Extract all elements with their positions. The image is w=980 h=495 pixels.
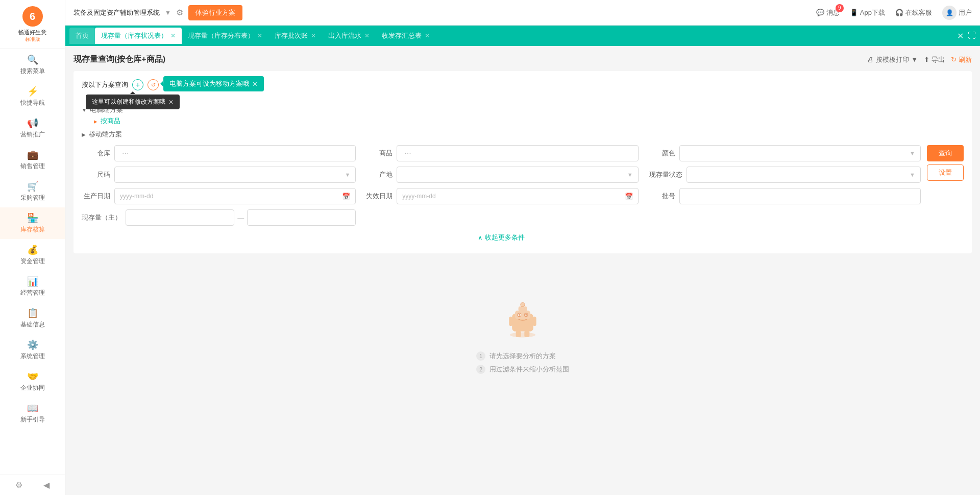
search-nav-icon: 🔍 bbox=[27, 54, 38, 65]
warehouse-input[interactable]: ··· bbox=[114, 145, 356, 161]
form-row-exp-date: 失效日期 yyyy-mm-dd 📅 bbox=[364, 188, 638, 204]
form-grid-wrapper: 仓库 ··· 商品 ··· 颜色 bbox=[82, 145, 921, 245]
sidebar-item-sales[interactable]: 💼 销售管理 bbox=[0, 144, 65, 176]
scheme-group-mobile: ▶ 移动端方案 bbox=[82, 128, 964, 141]
exp-date-input[interactable]: yyyy-mm-dd 📅 bbox=[397, 188, 638, 204]
sidebar-bottom: ⚙ ◀ bbox=[0, 475, 65, 495]
mobile-scheme-toggle[interactable]: ▶ bbox=[82, 132, 86, 137]
tab-stock-status[interactable]: 现存量（库存状况表） ✕ bbox=[95, 28, 182, 44]
header-settings-icon[interactable]: ⚙ bbox=[176, 8, 183, 17]
exp-date-icon[interactable]: 📅 bbox=[625, 193, 633, 200]
top-header: 装备及固定资产辅助管理系统 ▼ ⚙ 体验行业方案 💬 消息 9 📱 App下载 … bbox=[65, 0, 980, 26]
desktop-scheme-dot: ▸ bbox=[94, 117, 97, 125]
tab-batch-ledger[interactable]: 库存批次账 ✕ bbox=[268, 28, 322, 44]
scheme-group-mobile-header[interactable]: ▶ 移动端方案 bbox=[82, 128, 964, 141]
title-actions: 🖨 按模板打印 ▼ ⬆ 导出 ↻ 刷新 bbox=[867, 55, 972, 64]
avatar: 👤 bbox=[942, 6, 957, 20]
edit-scheme-button[interactable]: ↺ bbox=[148, 79, 159, 90]
collapse-row[interactable]: ∧ 收起更多条件 bbox=[82, 230, 921, 245]
tab-close-recv-summary[interactable]: ✕ bbox=[425, 32, 430, 39]
basic-icon: 📋 bbox=[27, 308, 38, 319]
scheme-group-desktop-header[interactable]: ▼ 电脑端方案 bbox=[82, 103, 964, 116]
tab-close-stock-dist[interactable]: ✕ bbox=[257, 32, 262, 39]
online-support-action[interactable]: 🎧 在线客服 bbox=[895, 8, 932, 17]
headset-icon: 🎧 bbox=[895, 9, 903, 16]
sidebar-item-enterprise[interactable]: 🤝 企业协同 bbox=[0, 366, 65, 397]
tab-in-out[interactable]: 出入库流水 ✕ bbox=[322, 28, 376, 44]
empty-tips: 1 请先选择要分析的方案 2 用过滤条件来缩小分析范围 bbox=[476, 351, 569, 374]
print-action[interactable]: 🖨 按模板打印 ▼ bbox=[867, 55, 918, 64]
print-dropdown-icon[interactable]: ▼ bbox=[911, 56, 918, 63]
sidebar-item-system[interactable]: ⚙️ 系统管理 bbox=[0, 334, 65, 366]
origin-select[interactable]: ▼ bbox=[397, 167, 638, 183]
stock-status-select[interactable]: ▼ bbox=[687, 167, 921, 183]
prod-date-icon[interactable]: 📅 bbox=[342, 193, 350, 200]
collapse-sidebar-icon[interactable]: ◀ bbox=[43, 480, 50, 490]
tab-close-in-out[interactable]: ✕ bbox=[364, 32, 370, 39]
stock-qty-range: — bbox=[126, 209, 356, 226]
notification-action[interactable]: 💬 消息 9 bbox=[816, 8, 840, 17]
settings-bottom-icon[interactable]: ⚙ bbox=[15, 480, 22, 490]
user-action[interactable]: 👤 用户 bbox=[942, 6, 972, 20]
marketing-icon: 📢 bbox=[27, 117, 38, 129]
product-input[interactable]: ··· bbox=[397, 145, 638, 161]
color-arrow-icon: ▼ bbox=[910, 150, 915, 156]
svg-rect-8 bbox=[533, 317, 536, 326]
tooltip-1-close[interactable]: ✕ bbox=[252, 80, 258, 88]
form-row-stock-qty: 现存量（主） — bbox=[82, 209, 356, 226]
sidebar-item-operations[interactable]: 📊 经营管理 bbox=[0, 271, 65, 302]
maximize-icon[interactable]: ⛶ bbox=[968, 31, 976, 41]
batch-text-input[interactable] bbox=[685, 193, 915, 200]
settings-button[interactable]: 设置 bbox=[927, 164, 964, 181]
add-scheme-button[interactable]: + bbox=[132, 79, 143, 90]
guide-icon: 📖 bbox=[27, 403, 38, 414]
warehouse-dots[interactable]: ··· bbox=[120, 149, 131, 158]
sidebar-item-inventory[interactable]: 🏪 库存核算 bbox=[0, 207, 65, 239]
tab-bar-controls: ✕ ⛶ bbox=[957, 31, 976, 41]
sales-icon: 💼 bbox=[27, 149, 38, 160]
sidebar: 6 畅通好生意 标准版 🔍 搜索菜单 ⚡ 快捷导航 📢 营销推广 💼 销售管理 … bbox=[0, 0, 65, 495]
export-icon: ⬆ bbox=[924, 56, 929, 63]
scheme-tooltip-1: 电脑方案可设为移动方案哦 ✕ bbox=[163, 76, 264, 91]
mobile-icon: 📱 bbox=[850, 9, 858, 16]
svg-rect-9 bbox=[516, 331, 521, 337]
svg-point-6 bbox=[525, 314, 527, 316]
refresh-icon: ↻ bbox=[951, 56, 957, 63]
query-button[interactable]: 查询 bbox=[927, 145, 964, 161]
sidebar-item-shortcut[interactable]: ⚡ 快捷导航 bbox=[0, 81, 65, 112]
batch-input[interactable] bbox=[679, 188, 921, 204]
size-select[interactable]: ▼ bbox=[114, 167, 356, 183]
tooltip-2-close[interactable]: ✕ bbox=[168, 99, 174, 106]
stock-qty-max[interactable] bbox=[247, 209, 356, 226]
close-all-tabs-icon[interactable]: ✕ bbox=[957, 31, 964, 41]
experience-button[interactable]: 体验行业方案 bbox=[188, 5, 242, 20]
sidebar-item-search[interactable]: 🔍 搜索菜单 bbox=[0, 49, 65, 81]
color-select[interactable]: ▼ bbox=[679, 145, 921, 161]
export-action[interactable]: ⬆ 导出 bbox=[924, 55, 945, 64]
header-left: 装备及固定资产辅助管理系统 ▼ ⚙ 体验行业方案 bbox=[74, 5, 242, 20]
tab-home[interactable]: 首页 bbox=[69, 28, 95, 44]
product-dots[interactable]: ··· bbox=[402, 149, 413, 158]
tab-stock-dist[interactable]: 现存量（库存分布表） ✕ bbox=[182, 28, 268, 44]
app-download-action[interactable]: 📱 App下载 bbox=[850, 8, 885, 17]
svg-point-12 bbox=[521, 302, 525, 307]
stock-qty-min[interactable] bbox=[126, 209, 234, 226]
sidebar-item-finance[interactable]: 💰 资金管理 bbox=[0, 239, 65, 271]
tab-close-batch-ledger[interactable]: ✕ bbox=[311, 32, 316, 39]
form-row-color: 颜色 ▼ bbox=[647, 145, 921, 161]
svg-rect-11 bbox=[519, 307, 527, 312]
tab-recv-summary[interactable]: 收发存汇总表 ✕ bbox=[376, 28, 436, 44]
search-panel: 按以下方案查询 + ↺ « 电脑方案可设为移动方案哦 ✕ 这里可以创建和修改方案… bbox=[74, 71, 972, 253]
form-row-batch: 批号 bbox=[647, 188, 921, 204]
tab-close-stock-status[interactable]: ✕ bbox=[170, 32, 176, 39]
range-separator: — bbox=[237, 214, 244, 222]
sidebar-item-purchase[interactable]: 🛒 采购管理 bbox=[0, 176, 65, 207]
desktop-scheme-item[interactable]: ▸ 按商品 bbox=[94, 116, 964, 126]
header-dropdown-icon[interactable]: ▼ bbox=[165, 9, 171, 16]
sidebar-item-marketing[interactable]: 📢 营销推广 bbox=[0, 112, 65, 144]
refresh-action[interactable]: ↻ 刷新 bbox=[951, 55, 972, 64]
sidebar-item-basic[interactable]: 📋 基础信息 bbox=[0, 302, 65, 334]
sidebar-item-guide[interactable]: 📖 新手引导 bbox=[0, 397, 65, 429]
sidebar-nav: 🔍 搜索菜单 ⚡ 快捷导航 📢 营销推广 💼 销售管理 🛒 采购管理 🏪 库存核… bbox=[0, 49, 65, 475]
prod-date-input[interactable]: yyyy-mm-dd 📅 bbox=[114, 188, 356, 204]
